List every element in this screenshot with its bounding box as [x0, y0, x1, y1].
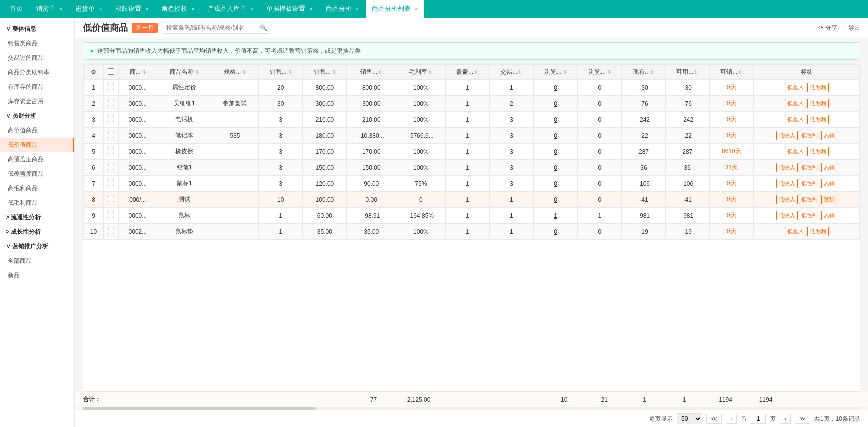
row-checkbox-cell[interactable]: [104, 224, 119, 240]
sidebar-item-low-margin[interactable]: 低毛利商品: [0, 196, 74, 210]
row-checkbox[interactable]: [108, 100, 114, 106]
search-input[interactable]: [162, 22, 271, 34]
sidebar-item-sales-goods[interactable]: 销售类商品: [0, 36, 74, 51]
row-checkbox[interactable]: [108, 84, 114, 90]
sidebar-item-high-coverage[interactable]: 高覆盖度商品: [0, 152, 74, 167]
browse-link[interactable]: 0: [554, 180, 557, 187]
nav-sales[interactable]: 销货单 ×: [30, 0, 68, 18]
footer-col13: -1194: [704, 396, 744, 403]
sidebar-item-new-goods[interactable]: 新品: [0, 268, 74, 283]
row-checkbox-cell[interactable]: [104, 160, 119, 176]
th-margin[interactable]: 毛利率⇅: [396, 65, 446, 80]
th-code[interactable]: 商...⇅: [119, 65, 157, 80]
browse-link[interactable]: 0: [554, 132, 557, 139]
close-icon[interactable]: ×: [250, 6, 253, 12]
sidebar-item-stock-goods[interactable]: 有库存的商品: [0, 80, 74, 94]
sidebar-item-low-value[interactable]: 低价值商品: [0, 138, 74, 152]
browse-link[interactable]: 0: [554, 116, 557, 123]
th-col5[interactable]: 销售...⇅: [259, 65, 303, 80]
row-checkbox-cell[interactable]: [104, 128, 119, 144]
sidebar-item-traded-goods[interactable]: 交易过的商品: [0, 51, 74, 65]
row-checkbox[interactable]: [108, 196, 114, 202]
th-settings[interactable]: ⚙: [84, 65, 104, 80]
select-all-checkbox[interactable]: [108, 68, 114, 75]
th-tags[interactable]: 标签: [754, 65, 860, 80]
row-checkbox-cell[interactable]: [104, 192, 119, 208]
row-checkbox[interactable]: [108, 212, 114, 218]
browse-count2: 0: [578, 224, 622, 240]
browse-link[interactable]: 1: [554, 212, 557, 219]
nav-permission[interactable]: 权限设置 ×: [109, 0, 154, 18]
browse-link[interactable]: 0: [554, 228, 557, 235]
nav-home[interactable]: 首页: [4, 0, 29, 18]
row-checkbox-cell[interactable]: [104, 208, 119, 224]
page-number-input[interactable]: [751, 414, 766, 424]
browse-link[interactable]: 0: [554, 196, 557, 203]
row-checkbox[interactable]: [108, 228, 114, 234]
row-checkbox-cell[interactable]: [104, 176, 119, 192]
th-available-stock[interactable]: 可用...⇅: [665, 65, 709, 80]
browse-link[interactable]: 0: [554, 164, 557, 171]
sidebar-item-high-margin[interactable]: 高毛利商品: [0, 181, 74, 196]
tag-badge: 置顶: [821, 195, 837, 204]
share-button[interactable]: ⟳ 分享: [818, 24, 837, 32]
th-name[interactable]: 商品名称⇅: [157, 65, 212, 80]
row-checkbox[interactable]: [108, 116, 114, 122]
row-checkbox[interactable]: [108, 180, 114, 186]
th-sellable-stock[interactable]: 可销...⇅: [709, 65, 753, 80]
first-page-button[interactable]: ≪: [706, 414, 722, 424]
th-browse2[interactable]: 浏览...⇅: [578, 65, 622, 80]
th-browse1[interactable]: 浏览...⇅: [534, 65, 578, 80]
th-col7[interactable]: 销售...⇅: [347, 65, 396, 80]
nav-role[interactable]: 角色授权 ×: [155, 0, 200, 18]
row-checkbox[interactable]: [108, 132, 114, 138]
sidebar-group-marketing[interactable]: ∨ 营销推广分析: [0, 239, 74, 254]
th-checkbox[interactable]: [104, 65, 119, 80]
browse-link[interactable]: 0: [554, 148, 557, 155]
sidebar-item-stock-capital[interactable]: 库存资金占用: [0, 94, 74, 109]
last-page-button[interactable]: ≫: [795, 414, 810, 424]
row-checkbox-cell[interactable]: [104, 144, 119, 160]
browse-link[interactable]: 0: [554, 84, 557, 91]
sidebar-item-low-coverage[interactable]: 低覆盖度商品: [0, 167, 74, 181]
row-number: 3: [84, 112, 104, 128]
page-size-select[interactable]: 50 100: [677, 413, 702, 424]
export-button[interactable]: ↑ 导出: [843, 24, 860, 32]
nav-purchase[interactable]: 进货单 ×: [69, 0, 108, 18]
browse-link[interactable]: 0: [554, 100, 557, 107]
prev-page-button[interactable]: ‹: [726, 414, 737, 424]
th-col6[interactable]: 销售...⇅: [303, 65, 347, 80]
row-checkbox[interactable]: [108, 148, 114, 154]
search-icon[interactable]: 🔍: [260, 24, 267, 31]
nav-product-analysis[interactable]: 商品分析 ×: [320, 0, 365, 18]
close-icon[interactable]: ×: [145, 6, 148, 12]
row-checkbox-cell[interactable]: [104, 80, 119, 96]
row-checkbox-cell[interactable]: [104, 96, 119, 112]
close-icon[interactable]: ×: [415, 6, 418, 12]
row-checkbox-cell[interactable]: [104, 112, 119, 128]
close-icon[interactable]: ×: [59, 6, 62, 12]
sidebar-item-high-value[interactable]: 高价值商品: [0, 123, 74, 138]
tag-badge: 低毛利: [807, 147, 829, 156]
close-icon[interactable]: ×: [356, 6, 359, 12]
row-checkbox[interactable]: [108, 164, 114, 170]
sidebar-item-all-goods[interactable]: 全部商品: [0, 254, 74, 268]
sidebar-group-finance[interactable]: ∨ 员财分析: [0, 109, 74, 123]
th-spec[interactable]: 规格...⇅: [212, 65, 258, 80]
sidebar-item-category-rate[interactable]: 商品分类助销率: [0, 65, 74, 80]
th-trade[interactable]: 交易...⇅: [489, 65, 533, 80]
nav-template[interactable]: 单据模板设置 ×: [260, 0, 318, 18]
th-current-stock[interactable]: 现有...⇅: [622, 65, 665, 80]
date-filter-button[interactable]: 近一月: [132, 23, 158, 33]
nav-product-list[interactable]: 商品分析列表 ×: [366, 0, 424, 18]
close-icon[interactable]: ×: [309, 6, 312, 12]
sidebar-group-circulation[interactable]: > 流通性分析: [0, 210, 74, 225]
close-icon[interactable]: ×: [99, 6, 102, 12]
nav-inbound[interactable]: 产成品入库单 ×: [202, 0, 259, 18]
th-coverage[interactable]: 覆盖...⇅: [445, 65, 489, 80]
next-page-button[interactable]: ›: [780, 414, 791, 424]
tag-badge: 低毛利: [799, 179, 820, 188]
sidebar-group-growth[interactable]: > 成长性分析: [0, 225, 74, 239]
close-icon[interactable]: ×: [191, 6, 194, 12]
sidebar-group-overview[interactable]: ∨ 整体信息: [0, 22, 74, 36]
